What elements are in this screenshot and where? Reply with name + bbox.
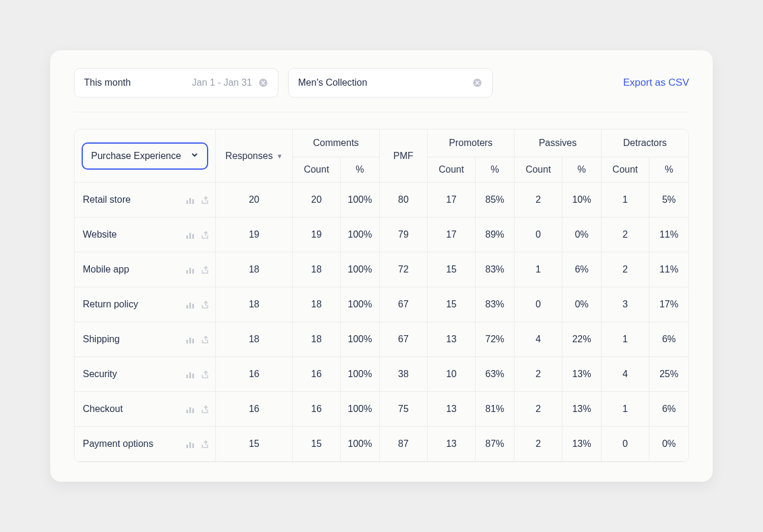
category-label: Website xyxy=(83,229,117,240)
cell-category[interactable]: Security xyxy=(75,357,216,392)
cell-detractors-count: 1 xyxy=(602,183,649,218)
svg-rect-20 xyxy=(186,410,188,413)
table-row: Return policy1818100%671583%00%317% xyxy=(75,287,688,322)
date-range-filter[interactable]: This month Jan 1 - Jan 31 xyxy=(74,68,279,98)
cell-comments-pct: 100% xyxy=(341,183,380,218)
svg-rect-9 xyxy=(189,268,191,274)
cell-comments-count: 18 xyxy=(293,252,341,287)
column-header-responses[interactable]: Responses▼ xyxy=(216,129,293,183)
cell-comments-count: 18 xyxy=(293,322,341,357)
cell-comments-count: 16 xyxy=(293,357,341,392)
cell-category[interactable]: Checkout xyxy=(75,392,216,427)
cell-detractors-pct: 5% xyxy=(649,183,688,218)
column-header-promoters[interactable]: Promoters xyxy=(428,129,515,157)
cell-category[interactable]: Shipping xyxy=(75,322,216,357)
cell-promoters-count: 13 xyxy=(428,322,476,357)
export-csv-link[interactable]: Export as CSV xyxy=(623,77,690,89)
cell-detractors-count: 4 xyxy=(602,357,649,392)
cell-detractors-count: 1 xyxy=(602,392,649,427)
date-range-value: Jan 1 - Jan 31 xyxy=(192,77,252,88)
share-icon[interactable] xyxy=(201,300,209,309)
subheader-promoters-pct: % xyxy=(476,157,515,183)
sort-desc-icon: ▼ xyxy=(276,153,283,160)
share-icon[interactable] xyxy=(201,265,209,274)
column-header-detractors[interactable]: Detractors xyxy=(602,129,688,157)
share-icon[interactable] xyxy=(201,196,209,205)
cell-category[interactable]: Retail store xyxy=(75,183,216,218)
cell-detractors-pct: 6% xyxy=(649,392,688,427)
table-row: Shipping1818100%671372%422%16% xyxy=(75,322,688,357)
cell-responses: 18 xyxy=(216,252,293,287)
toolbar: This month Jan 1 - Jan 31 Men's Collecti… xyxy=(50,50,713,112)
cell-passives-count: 2 xyxy=(515,357,562,392)
share-icon[interactable] xyxy=(201,405,209,414)
cell-promoters-count: 15 xyxy=(428,287,476,322)
collection-filter[interactable]: Men's Collection xyxy=(288,68,493,98)
clear-date-icon[interactable] xyxy=(258,77,269,88)
table-wrap: Purchase Experience Responses▼ Comments … xyxy=(50,112,713,479)
cell-passives-count: 2 xyxy=(515,427,562,462)
cell-comments-pct: 100% xyxy=(341,392,380,427)
svg-rect-25 xyxy=(192,443,194,448)
cell-comments-pct: 100% xyxy=(341,427,380,462)
bar-chart-icon[interactable] xyxy=(186,231,195,239)
cell-category[interactable]: Mobile app xyxy=(75,252,216,287)
table-row: Checkout1616100%751381%213%16% xyxy=(75,392,688,427)
svg-rect-16 xyxy=(192,339,194,343)
category-label: Security xyxy=(83,369,117,379)
cell-comments-pct: 100% xyxy=(341,218,380,252)
cell-passives-count: 4 xyxy=(515,322,562,357)
svg-rect-14 xyxy=(186,340,188,343)
cell-category[interactable]: Payment options xyxy=(75,427,216,462)
table-row: Payment options1515100%871387%213%00% xyxy=(75,427,688,462)
svg-rect-13 xyxy=(192,304,194,309)
svg-rect-3 xyxy=(189,198,191,204)
cell-detractors-count: 2 xyxy=(602,218,649,252)
svg-rect-5 xyxy=(186,235,188,239)
cell-category[interactable]: Website xyxy=(75,218,216,252)
clear-filter-icon[interactable] xyxy=(472,77,483,88)
cell-pmf: 80 xyxy=(380,183,428,218)
cell-pmf: 72 xyxy=(380,252,428,287)
column-header-passives[interactable]: Passives xyxy=(515,129,602,157)
cell-passives-pct: 13% xyxy=(562,392,602,427)
cell-comments-count: 18 xyxy=(293,287,341,322)
svg-rect-4 xyxy=(192,199,194,204)
cell-passives-count: 0 xyxy=(515,218,562,252)
column-header-comments[interactable]: Comments xyxy=(293,129,380,157)
bar-chart-icon[interactable] xyxy=(186,335,195,344)
bar-chart-icon[interactable] xyxy=(186,370,195,379)
collection-filter-value: Men's Collection xyxy=(298,77,367,88)
bar-chart-icon[interactable] xyxy=(186,300,195,309)
cell-pmf: 38 xyxy=(380,357,428,392)
svg-rect-21 xyxy=(189,407,191,413)
cell-promoters-count: 17 xyxy=(428,218,476,252)
category-selector[interactable]: Purchase Experience xyxy=(82,142,208,170)
share-icon[interactable] xyxy=(201,370,209,379)
table-row: Website1919100%791789%00%211% xyxy=(75,218,688,252)
svg-rect-8 xyxy=(186,270,188,274)
share-icon[interactable] xyxy=(201,440,209,449)
cell-pmf: 67 xyxy=(380,322,428,357)
cell-passives-pct: 13% xyxy=(562,427,602,462)
bar-chart-icon[interactable] xyxy=(186,196,195,205)
share-icon[interactable] xyxy=(201,231,209,239)
cell-pmf: 75 xyxy=(380,392,428,427)
date-range-label: This month xyxy=(84,77,131,88)
cell-detractors-pct: 11% xyxy=(649,252,688,287)
bar-chart-icon[interactable] xyxy=(186,405,195,414)
cell-detractors-pct: 6% xyxy=(649,322,688,357)
svg-rect-2 xyxy=(186,200,188,204)
cell-passives-count: 0 xyxy=(515,287,562,322)
bar-chart-icon[interactable] xyxy=(186,440,195,449)
cell-passives-count: 2 xyxy=(515,392,562,427)
cell-category[interactable]: Return policy xyxy=(75,287,216,322)
column-header-pmf[interactable]: PMF xyxy=(380,129,428,183)
bar-chart-icon[interactable] xyxy=(186,265,195,274)
share-icon[interactable] xyxy=(201,335,209,344)
cell-responses: 15 xyxy=(216,427,293,462)
cell-detractors-count: 1 xyxy=(602,322,649,357)
subheader-detractors-pct: % xyxy=(649,157,688,183)
cell-passives-pct: 6% xyxy=(562,252,602,287)
svg-rect-24 xyxy=(189,442,191,448)
